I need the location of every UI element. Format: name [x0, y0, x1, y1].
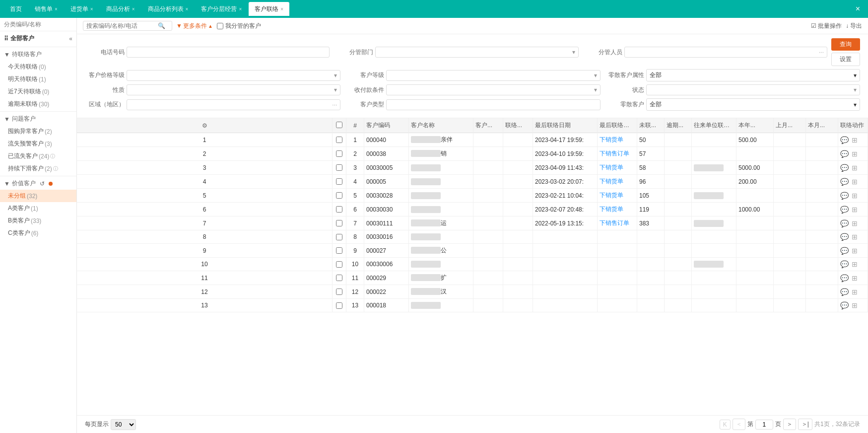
- row-checkbox[interactable]: [336, 247, 342, 254]
- next-page-button[interactable]: ＞: [783, 419, 796, 430]
- chat-icon[interactable]: 💬: [840, 274, 849, 282]
- first-page-button[interactable]: K: [720, 420, 731, 430]
- th-this-year[interactable]: 本年...: [736, 118, 774, 133]
- filter-scattered-select[interactable]: 全部: [646, 98, 860, 111]
- grid-action-icon[interactable]: ⊞: [852, 206, 858, 214]
- tab-product-analysis-close[interactable]: ×: [132, 6, 135, 12]
- chat-icon[interactable]: 💬: [840, 178, 849, 186]
- th-last-month[interactable]: 上月...: [774, 118, 806, 133]
- page-number-input[interactable]: [755, 420, 773, 430]
- tab-customer-tier-close[interactable]: ×: [239, 6, 242, 12]
- group-value-customers[interactable]: ▼ 价值客户 ↺: [0, 177, 76, 190]
- th-last-date[interactable]: 最后联络日期: [533, 118, 598, 133]
- row-checkbox[interactable]: [336, 261, 342, 268]
- th-no-contact[interactable]: 未联...: [637, 118, 665, 133]
- filter-scattered-attr-select[interactable]: 全部: [646, 69, 860, 81]
- sidebar-item-declining[interactable]: 持续下滑客户 (2) ⓘ: [0, 162, 76, 175]
- th-settings[interactable]: ⚙: [77, 118, 333, 133]
- filter-person-select[interactable]: ···: [624, 47, 827, 58]
- sidebar-collapse-button[interactable]: «: [69, 35, 72, 42]
- tab-purchase-close[interactable]: ×: [90, 6, 93, 12]
- th-last-way[interactable]: 最后联络方式: [598, 118, 637, 133]
- tab-sales-close[interactable]: ×: [55, 6, 58, 12]
- search-input[interactable]: [86, 22, 156, 29]
- per-page-select[interactable]: 50 20 100: [111, 419, 136, 430]
- sidebar-item-overdue[interactable]: 逾期未联络 (30): [0, 98, 76, 110]
- reset-button[interactable]: 设置: [831, 53, 860, 66]
- last-page-button[interactable]: ＞|: [798, 419, 812, 430]
- prev-page-button[interactable]: ＜: [733, 419, 745, 430]
- grid-action-icon[interactable]: ⊞: [852, 136, 858, 144]
- grid-action-icon[interactable]: ⊞: [852, 274, 858, 282]
- tab-product-analysis-list[interactable]: 商品分析列表 ×: [142, 2, 195, 16]
- row-checkbox[interactable]: [336, 234, 342, 240]
- chat-icon[interactable]: 💬: [840, 260, 849, 268]
- grid-action-icon[interactable]: ⊞: [852, 192, 858, 200]
- sidebar-item-ungroup[interactable]: 未分组 (32): [0, 190, 76, 202]
- filter-region-select[interactable]: ···: [127, 99, 340, 110]
- window-close-button[interactable]: ×: [852, 4, 864, 13]
- more-conditions-button[interactable]: ▼ 更多条件 ▲: [176, 22, 213, 30]
- last-way-link[interactable]: 下销售订单: [600, 150, 629, 157]
- th-code[interactable]: 客户编码: [364, 118, 409, 133]
- chat-icon[interactable]: 💬: [840, 192, 849, 200]
- th-overdue[interactable]: 逾期...: [665, 118, 692, 133]
- last-way-link[interactable]: 下销货单: [600, 192, 623, 199]
- row-checkbox[interactable]: [336, 302, 342, 309]
- filter-dept-select[interactable]: [375, 47, 578, 58]
- tab-purchase[interactable]: 进货单 ×: [65, 2, 99, 16]
- th-contact[interactable]: 联络...: [503, 118, 533, 133]
- select-all-checkbox[interactable]: [336, 122, 342, 128]
- filter-payment-select[interactable]: [386, 84, 600, 95]
- tab-customer-contact[interactable]: 客户联络 ×: [249, 2, 289, 16]
- group-problem-customers[interactable]: ▼ 问题客户: [0, 113, 76, 125]
- sidebar-item-class-a[interactable]: A类客户 (1): [0, 202, 76, 215]
- row-checkbox[interactable]: [336, 192, 342, 199]
- last-way-link[interactable]: 下销货单: [600, 206, 623, 213]
- row-checkbox[interactable]: [336, 206, 342, 213]
- row-checkbox[interactable]: [336, 137, 342, 143]
- last-way-link[interactable]: 下销货单: [600, 164, 623, 171]
- th-partner[interactable]: 往来单位联系人: [692, 118, 736, 133]
- chat-icon[interactable]: 💬: [840, 219, 849, 227]
- filter-price-level-select[interactable]: [127, 70, 340, 81]
- sidebar-item-churned[interactable]: 已流失客户 (24) ⓘ: [0, 150, 76, 162]
- row-checkbox[interactable]: [336, 150, 342, 157]
- filter-customer-level-select[interactable]: [386, 70, 600, 81]
- sidebar-item-class-b[interactable]: B类客户 (33): [0, 215, 76, 227]
- grid-action-icon[interactable]: ⊞: [852, 164, 858, 172]
- refresh-icon[interactable]: ↺: [40, 180, 45, 187]
- row-checkbox[interactable]: [336, 178, 342, 185]
- th-name[interactable]: 客户名称: [409, 118, 473, 133]
- chat-icon[interactable]: 💬: [840, 150, 849, 158]
- all-customers-header[interactable]: ⠿ 全部客户 «: [0, 31, 76, 46]
- dots-icon-region[interactable]: ···: [332, 101, 337, 108]
- sidebar-item-tomorrow[interactable]: 明天待联络 (1): [0, 73, 76, 85]
- search-icon[interactable]: 🔍: [158, 22, 165, 29]
- tab-sales[interactable]: 销售单 ×: [29, 2, 64, 16]
- row-checkbox[interactable]: [336, 289, 342, 295]
- row-checkbox[interactable]: [336, 164, 342, 171]
- grid-action-icon[interactable]: ⊞: [852, 150, 858, 158]
- filter-customer-type-input[interactable]: [386, 99, 600, 110]
- row-checkbox[interactable]: [336, 275, 342, 281]
- chat-icon[interactable]: 💬: [840, 206, 849, 214]
- sidebar-item-churn-warning[interactable]: 流失预警客户 (3): [0, 138, 76, 150]
- grid-action-icon[interactable]: ⊞: [852, 219, 858, 227]
- dots-icon-person[interactable]: ···: [819, 49, 824, 56]
- chat-icon[interactable]: 💬: [840, 233, 849, 241]
- chat-icon[interactable]: 💬: [840, 288, 849, 296]
- filter-status-select[interactable]: [646, 84, 860, 95]
- chat-icon[interactable]: 💬: [840, 301, 849, 309]
- sidebar-item-abnormal[interactable]: 囤购异常客户 (2): [0, 125, 76, 138]
- th-this-month[interactable]: 本月...: [806, 118, 838, 133]
- sidebar-item-today[interactable]: 今天待联络 (0): [0, 61, 76, 73]
- sidebar-search-input[interactable]: [4, 21, 77, 28]
- row-checkbox[interactable]: [336, 220, 342, 226]
- grid-action-icon[interactable]: ⊞: [852, 288, 858, 296]
- chat-icon[interactable]: 💬: [840, 164, 849, 172]
- last-way-link[interactable]: 下销货单: [600, 136, 623, 143]
- tab-product-analysis[interactable]: 商品分析 ×: [100, 2, 141, 16]
- sidebar-item-7days[interactable]: 近7天待联络 (0): [0, 85, 76, 98]
- grid-action-icon[interactable]: ⊞: [852, 260, 858, 268]
